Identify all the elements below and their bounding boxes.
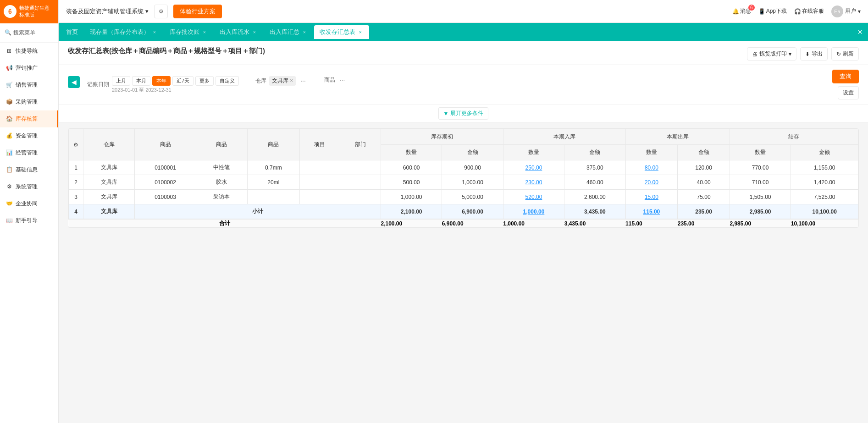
date-btn-last-month[interactable]: 上月 <box>112 76 130 86</box>
tab-stock-flow[interactable]: 出入库流水 × <box>214 25 263 39</box>
date-filter-buttons: 上月 本月 本年 近7天 更多 自定义 2023-01-01 至 2023-12… <box>112 76 239 93</box>
warehouse-filter-group: 仓库 文具库 × ··· <box>255 76 308 86</box>
tab-recv-send[interactable]: 收发存汇总表 × <box>314 25 369 39</box>
tab-stock-summary-label: 出入库汇总 <box>270 28 299 36</box>
tab-stock-dist-close[interactable]: × <box>151 29 158 35</box>
row-in-qty[interactable]: 250.00 <box>503 160 564 175</box>
goods-more[interactable]: ··· <box>338 76 347 83</box>
warehouse-tag-close[interactable]: × <box>290 77 293 84</box>
finance-icon: 💰 <box>6 132 13 139</box>
date-btn-this-month[interactable]: 本月 <box>132 76 150 86</box>
tab-bar: 首页 现存量（库存分布表） × 库存批次账 × 出入库流水 × 出入库汇总 × … <box>59 23 868 41</box>
operations-icon: 📊 <box>6 149 13 156</box>
row-warehouse: 文具库 <box>83 160 135 175</box>
export-label: 导出 <box>812 50 823 58</box>
row-in-qty[interactable]: 230.00 <box>503 175 564 190</box>
subtotal-open-qty: 2,100.00 <box>381 204 442 220</box>
page-title-row: 收发存汇总表(按仓库＋商品编码＋商品＋规格型号＋项目＋部门) 🖨 拣货版打印 ▾… <box>68 47 859 61</box>
row-goods-spec: 20ml <box>248 175 300 190</box>
table-footer: 合计 2,100.00 6,900.00 1,000.00 3,435.00 1… <box>69 219 858 227</box>
sidebar-item-new-guide[interactable]: 📖 新手引导 <box>0 212 58 229</box>
tab-home[interactable]: 首页 <box>61 25 83 39</box>
tab-batch-ledger-close[interactable]: × <box>201 29 208 35</box>
tab-stock-flow-close[interactable]: × <box>251 29 258 35</box>
main-area: 装备及固定资产辅助管理系统 ▾ ⚙ 体验行业方案 🔔 消息 6 📱 App下载 … <box>59 0 868 423</box>
sidebar-item-quick-nav[interactable]: ⊞ 快捷导航 <box>0 43 58 60</box>
search-icon: 🔍 <box>5 29 11 36</box>
online-service-button[interactable]: 🎧 在线客服 <box>794 7 824 15</box>
tab-recv-send-close[interactable]: × <box>357 29 364 35</box>
notification-button[interactable]: 🔔 消息 6 <box>732 7 751 15</box>
filter-toggle-button[interactable]: ◀ <box>68 76 80 88</box>
topbar: 装备及固定资产辅助管理系统 ▾ ⚙ 体验行业方案 🔔 消息 6 📱 App下载 … <box>59 0 868 23</box>
sidebar-item-sales[interactable]: 🛒 销售管理 <box>0 77 58 93</box>
row-project <box>299 175 340 190</box>
expand-row: ▼ 展开更多条件 <box>59 104 868 123</box>
date-btn-7days[interactable]: 近7天 <box>172 76 194 86</box>
logo-icon: 6 <box>4 5 17 18</box>
date-btn-more[interactable]: 更多 <box>195 76 214 86</box>
print-button[interactable]: 🖨 拣货版打印 ▾ <box>747 47 796 60</box>
row-bal-amt: 7,525.00 <box>791 190 858 204</box>
sidebar-item-system[interactable]: ⚙ 系统管理 <box>0 178 58 195</box>
sidebar-item-operations[interactable]: 📊 经营管理 <box>0 144 58 161</box>
inventory-icon: 🏠 <box>6 115 13 122</box>
row-out-qty[interactable]: 80.00 <box>625 160 678 175</box>
data-table: ⚙ 仓库 商品 商品 商品 项目 部门 库存期初 本期入库 本期出库 结存 数量 <box>68 129 858 227</box>
subtotal-out-qty[interactable]: 115.00 <box>625 204 678 220</box>
search-menu-label: 搜索菜单 <box>13 29 35 37</box>
table-header-top: ⚙ 仓库 商品 商品 商品 项目 部门 库存期初 本期入库 本期出库 结存 <box>69 129 858 145</box>
goods-filter-group: 商品 ··· <box>324 76 347 84</box>
warehouse-tag: 文具库 × <box>269 76 296 86</box>
sidebar-item-inventory[interactable]: 🏠 库存核算 <box>0 110 58 127</box>
tab-home-label: 首页 <box>66 28 78 36</box>
date-btn-custom[interactable]: 自定义 <box>216 76 239 86</box>
expand-conditions-button[interactable]: ▼ 展开更多条件 <box>438 107 489 120</box>
tab-stock-dist[interactable]: 现存量（库存分布表） × <box>84 25 163 39</box>
row-goods-code: 0100002 <box>135 175 196 190</box>
col-header-opening: 库存期初 <box>381 129 503 145</box>
total-in-amt: 3,435.00 <box>564 219 625 227</box>
page-title: 收发存汇总表(按仓库＋商品编码＋商品＋规格型号＋项目＋部门) <box>68 47 265 55</box>
sales-icon: 🛒 <box>6 81 13 88</box>
close-all-tabs-button[interactable]: × <box>854 27 866 37</box>
sidebar-item-purchase[interactable]: 📦 采购管理 <box>0 93 58 110</box>
warehouse-more[interactable]: ··· <box>299 77 308 84</box>
tab-stock-summary[interactable]: 出入库汇总 × <box>264 25 313 39</box>
system-title[interactable]: 装备及固定资产辅助管理系统 ▾ <box>66 7 149 16</box>
search-menu-button[interactable]: 🔍 搜索菜单 <box>4 27 55 38</box>
sidebar-item-finance[interactable]: 💰 资金管理 <box>0 127 58 144</box>
row-in-qty[interactable]: 520.00 <box>503 190 564 204</box>
row-out-qty[interactable]: 20.00 <box>625 175 678 190</box>
refresh-button[interactable]: ↻ 刷新 <box>831 47 859 60</box>
sidebar-item-marketing[interactable]: 📢 营销推广 <box>0 60 58 77</box>
tab-stock-summary-close[interactable]: × <box>301 29 308 35</box>
table-settings-col[interactable]: ⚙ <box>69 129 83 160</box>
row-out-qty[interactable]: 15.00 <box>625 190 678 204</box>
settings-button[interactable]: 设置 <box>838 86 859 99</box>
row-dept <box>340 190 381 204</box>
table-body: 1 文具库 0100001 中性笔 0.7mm 600.00 900.00 25… <box>69 160 858 220</box>
online-service-label: 在线客服 <box>802 7 824 15</box>
subtotal-in-qty[interactable]: 1,000.00 <box>503 204 564 220</box>
gear-icon: ⚙ <box>159 8 164 15</box>
row-no: 3 <box>69 190 83 204</box>
user-menu-button[interactable]: Ea 用户 ▾ <box>831 5 861 17</box>
user-label: 用户 <box>845 7 856 15</box>
trial-button[interactable]: 体验行业方案 <box>173 5 222 18</box>
export-button[interactable]: ⬇ 导出 <box>800 47 828 60</box>
query-button[interactable]: 查询 <box>832 70 859 83</box>
row-bal-amt: 1,420.00 <box>791 175 858 190</box>
settings-gear-button[interactable]: ⚙ <box>154 5 168 18</box>
tab-batch-ledger[interactable]: 库存批次账 × <box>164 25 213 39</box>
total-bal-amt: 10,100.00 <box>791 219 858 227</box>
row-out-amt: 75.00 <box>678 190 730 204</box>
sidebar-item-enterprise[interactable]: 🤝 企业协同 <box>0 195 58 212</box>
base-info-icon: 📋 <box>6 166 13 173</box>
date-btn-this-year[interactable]: 本年 <box>152 76 171 86</box>
row-bal-qty: 710.00 <box>730 175 791 190</box>
total-out-qty: 115.00 <box>625 219 678 227</box>
sidebar-item-base-info[interactable]: 📋 基础信息 <box>0 161 58 178</box>
filter-actions-right: 查询 设置 <box>832 70 859 99</box>
app-download-button[interactable]: 📱 App下载 <box>758 7 787 15</box>
